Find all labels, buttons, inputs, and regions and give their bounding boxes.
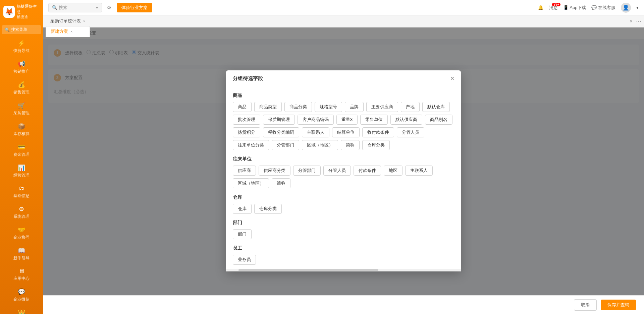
field-tag[interactable]: 分管部门 <box>272 140 299 150</box>
field-tag[interactable]: 保质期管理 <box>263 115 295 125</box>
topbar-gear-icon[interactable]: ⚙ <box>107 4 111 11</box>
sidebar-item-marketing[interactable]: 📢营销推广 <box>13 57 30 78</box>
basic-icon: 🗂 <box>18 185 24 192</box>
service-icon: 💬 <box>591 5 597 10</box>
sidebar-item-finance[interactable]: 💳资金管理 <box>13 140 30 161</box>
tab-new-plan[interactable]: 新建方案× <box>46 26 90 37</box>
field-tag[interactable]: 结算单位 <box>332 127 360 137</box>
sidebar-nav: ⚡快捷导航📢营销推广💰销售管理🛒采购管理📦库存核算💳资金管理📊经营管理🗂基础信息… <box>13 36 30 314</box>
section-warehouse: 仓库仓库仓库分类 <box>233 194 454 214</box>
modal-body: 商品商品商品类型商品分类规格型号品牌主要供应商产地默认仓库批次管理保质期管理客户… <box>226 87 461 269</box>
sidebar-item-system[interactable]: ⚙系统管理 <box>13 202 30 223</box>
field-tag[interactable]: 收付款条件 <box>362 127 394 137</box>
tabs-close-all[interactable]: × <box>630 18 633 24</box>
field-tag[interactable]: 客户商品编码 <box>298 115 334 125</box>
sidebar-item-appstore[interactable]: 🖥应用中心 <box>13 264 30 285</box>
member-icon: 👑 <box>18 309 25 314</box>
field-tag[interactable]: 简称 <box>341 140 360 150</box>
cancel-button[interactable]: 取消 <box>574 299 597 311</box>
tab-close-icon[interactable]: × <box>83 19 85 23</box>
notification-badge[interactable]: 🔔 99+ 消息 <box>538 5 558 11</box>
field-tag[interactable]: 简称 <box>272 178 290 188</box>
sidebar-item-purchase[interactable]: 🛒采购管理 <box>13 99 30 119</box>
finance-icon: 💳 <box>18 143 25 151</box>
operation-icon: 📊 <box>18 164 25 172</box>
field-tag[interactable]: 税收分类编码 <box>263 127 299 137</box>
field-tag[interactable]: 付款条件 <box>354 166 381 176</box>
sidebar-item-operation[interactable]: 📊经营管理 <box>13 161 30 182</box>
sidebar-logo: 🦊 畅捷通好生意 畅捷通 <box>0 0 43 23</box>
user-arrow[interactable]: ▾ <box>636 5 639 10</box>
field-tag[interactable]: 批次管理 <box>233 115 260 125</box>
modal-overlay: 分组待选字段 × 商品商品商品类型商品分类规格型号品牌主要供应商产地默认仓库批次… <box>43 27 644 314</box>
sidebar-item-cooperation[interactable]: 🤝企业协同 <box>13 223 30 244</box>
field-tag[interactable]: 零售单位 <box>360 115 388 125</box>
modal-scrollbar <box>226 269 461 271</box>
field-tag[interactable]: 重量3 <box>336 115 358 125</box>
field-tag[interactable]: 主联系人 <box>302 127 329 137</box>
field-tag[interactable]: 仓库分类 <box>254 204 282 214</box>
field-tag[interactable]: 主要供应商 <box>366 102 398 112</box>
experience-btn[interactable]: 体验行业方案 <box>117 3 152 12</box>
field-tags-staff: 业务员 <box>233 255 454 265</box>
field-tag[interactable]: 商品类型 <box>254 102 282 112</box>
bell-icon: 🔔 <box>538 5 543 10</box>
sidebar-item-label: 企业协同 <box>13 235 30 240</box>
sidebar-search[interactable]: 🔍 搜索菜单 <box>2 25 41 34</box>
section-title-warehouse: 仓库 <box>233 194 454 200</box>
online-service[interactable]: 💬 在线客服 <box>591 5 615 11</box>
download-icon: 📱 <box>563 5 569 10</box>
appstore-icon: 🖥 <box>18 268 24 275</box>
field-tags-department: 部门 <box>233 229 454 239</box>
field-tag[interactable]: 商品 <box>233 102 252 112</box>
field-tag[interactable]: 部门 <box>233 229 252 239</box>
system-icon: ⚙ <box>19 205 24 213</box>
field-tag[interactable]: 默认仓库 <box>422 102 450 112</box>
field-tag[interactable]: 往来单位分类 <box>233 140 269 150</box>
field-tag[interactable]: 默认供应商 <box>390 115 422 125</box>
modal-close-btn[interactable]: × <box>450 75 454 82</box>
field-tag[interactable]: 商品别名 <box>425 115 452 125</box>
field-tag[interactable]: 区域（地区） <box>233 178 269 188</box>
field-tag[interactable]: 品牌 <box>345 102 364 112</box>
search-icon: 🔍 <box>52 5 57 10</box>
field-tag[interactable]: 拣货积分 <box>233 127 260 137</box>
sidebar-item-inventory[interactable]: 📦库存核算 <box>13 119 30 140</box>
field-tag[interactable]: 规格型号 <box>315 102 342 112</box>
field-tag[interactable]: 供应商 <box>233 166 256 176</box>
sidebar-item-wechat[interactable]: 💬企业微信 <box>13 285 30 306</box>
tab-close-icon[interactable]: × <box>70 29 72 34</box>
sidebar-item-quick-nav[interactable]: ⚡快捷导航 <box>13 36 30 57</box>
field-tag[interactable]: 分管部门 <box>293 166 321 176</box>
section-title-department: 部门 <box>233 220 454 226</box>
user-avatar[interactable]: 👤 <box>621 3 631 13</box>
field-tag[interactable]: 主联系人 <box>405 166 433 176</box>
topbar-search-box[interactable]: 🔍 搜索 ▾ <box>48 3 102 12</box>
field-tag[interactable]: 区域（地区） <box>302 140 338 150</box>
field-tag[interactable]: 商品分类 <box>284 102 312 112</box>
field-tag[interactable]: 分管人员 <box>397 127 424 137</box>
field-tag[interactable]: 供应商分类 <box>259 166 290 176</box>
sidebar-item-guide[interactable]: 📖新手引导 <box>13 244 30 264</box>
section-staff: 员工业务员 <box>233 245 454 265</box>
section-title-product: 商品 <box>233 92 454 99</box>
field-tag[interactable]: 业务员 <box>233 255 256 265</box>
sidebar-item-label: 营销推广 <box>13 69 30 74</box>
logo-icon: 🦊 <box>3 6 15 18</box>
field-tag[interactable]: 产地 <box>401 102 420 112</box>
field-tag[interactable]: 分管人员 <box>323 166 351 176</box>
save-button[interactable]: 保存并查询 <box>601 300 636 310</box>
section-department: 部门部门 <box>233 220 454 239</box>
app-download[interactable]: 📱 App下载 <box>563 5 586 11</box>
field-tag[interactable]: 仓库 <box>233 204 252 214</box>
sidebar-item-sales[interactable]: 💰销售管理 <box>13 78 30 99</box>
field-tag[interactable]: 地区 <box>384 166 402 176</box>
sidebar-item-basic[interactable]: 🗂基础信息 <box>13 182 30 202</box>
tabs-expand[interactable]: ⋯ <box>636 18 641 24</box>
sidebar-item-label: 资金管理 <box>13 152 30 158</box>
inventory-icon: 📦 <box>18 123 25 130</box>
sidebar-item-member[interactable]: 👑畅会员 <box>13 306 30 314</box>
tab-purchase-order[interactable]: 采购订单统计表× <box>46 16 90 26</box>
field-tag[interactable]: 仓库分类 <box>362 140 390 150</box>
marketing-icon: 📢 <box>18 60 25 68</box>
